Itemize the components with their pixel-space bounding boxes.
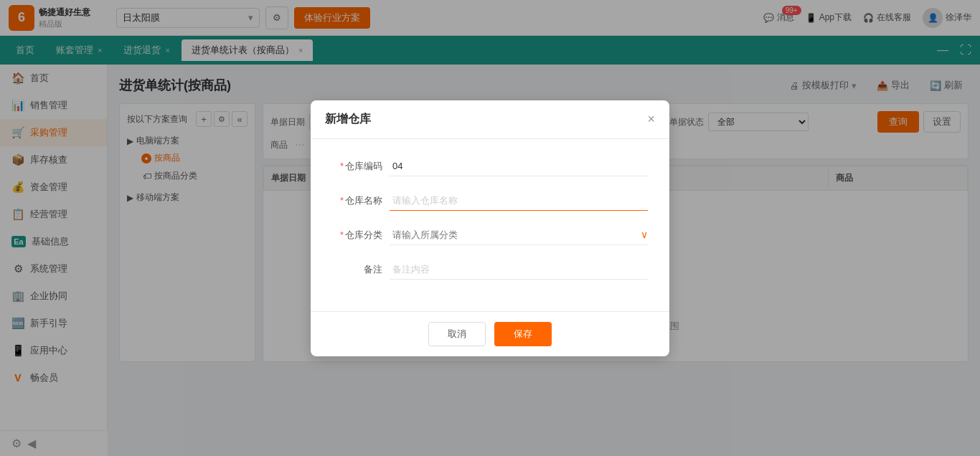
form-code-label: *仓库编码: [332, 160, 390, 173]
modal-title: 新增仓库: [325, 112, 371, 127]
category-dropdown-arrow[interactable]: ∨: [641, 229, 648, 240]
warehouse-code-input[interactable]: [390, 156, 648, 176]
form-row-name: *仓库名称: [332, 191, 648, 211]
form-row-category: *仓库分类 ∨: [332, 225, 648, 245]
cancel-button[interactable]: 取消: [428, 322, 486, 346]
form-row-remark: 备注: [332, 260, 648, 280]
modal-footer: 取消 保存: [311, 311, 669, 356]
required-mark-category: *: [340, 229, 344, 240]
modal-close-btn[interactable]: ×: [647, 113, 655, 125]
modal-overlay[interactable]: 新增仓库 × *仓库编码 *仓库名称 *仓库分类: [0, 0, 980, 456]
save-button[interactable]: 保存: [494, 322, 552, 346]
add-warehouse-modal: 新增仓库 × *仓库编码 *仓库名称 *仓库分类: [311, 100, 669, 356]
warehouse-name-input[interactable]: [390, 191, 648, 211]
form-remark-label: 备注: [332, 263, 390, 276]
form-name-label: *仓库名称: [332, 194, 390, 207]
modal-body: *仓库编码 *仓库名称 *仓库分类 ∨: [311, 139, 669, 311]
form-row-code: *仓库编码: [332, 156, 648, 176]
modal-header: 新增仓库 ×: [311, 100, 669, 139]
required-mark-name: *: [340, 195, 344, 206]
warehouse-category-wrapper: ∨: [390, 225, 648, 245]
required-mark-code: *: [340, 161, 344, 171]
warehouse-category-input[interactable]: [390, 225, 641, 244]
warehouse-remark-input[interactable]: [390, 260, 648, 280]
form-category-label: *仓库分类: [332, 229, 390, 242]
